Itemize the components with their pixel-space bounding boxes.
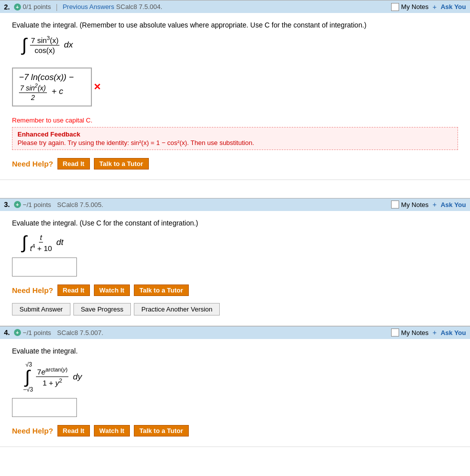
q2-feedback-title: Enhanced Feedback bbox=[17, 130, 453, 138]
q4-integral-sign: ∫ bbox=[25, 368, 30, 386]
q2-problem-id: SCalc8 7.5.004. bbox=[116, 3, 163, 10]
q4-need-help-label: Need Help? bbox=[12, 426, 53, 435]
q3-plus-icon: + bbox=[14, 201, 21, 208]
q3-answer-input[interactable] bbox=[12, 258, 77, 276]
q2-feedback-text: Please try again. Try using the identity… bbox=[17, 139, 453, 146]
question-2-body: Evaluate the integral. (Remember to use … bbox=[0, 13, 470, 180]
question-4-body: Evaluate the integral. √3 ∫ −√3 7earctan… bbox=[0, 339, 470, 447]
q3-ask-you[interactable]: Ask You bbox=[441, 201, 466, 208]
q2-error-msg: Remember to use capital C. bbox=[12, 116, 458, 124]
q2-need-help: Need Help? Read It Talk to a Tutor bbox=[12, 158, 458, 170]
q2-frac-den: cos(x) bbox=[33, 46, 56, 54]
q3-my-notes-btn[interactable]: My Notes bbox=[391, 200, 429, 208]
q2-ask-you[interactable]: Ask You bbox=[441, 3, 466, 10]
q4-read-it-btn[interactable]: Read It bbox=[57, 425, 90, 436]
q4-my-notes-btn[interactable]: My Notes bbox=[391, 328, 429, 336]
q2-talk-tutor-btn[interactable]: Talk to a Tutor bbox=[94, 158, 149, 170]
q3-watch-it-btn[interactable]: Watch It bbox=[94, 284, 130, 296]
q2-plus-icon: + bbox=[14, 4, 21, 10]
q3-need-help-label: Need Help? bbox=[12, 286, 53, 294]
q2-dx: dx bbox=[61, 40, 73, 50]
q2-points: 0/1 points bbox=[23, 3, 51, 10]
q4-talk-tutor-btn[interactable]: Talk to a Tutor bbox=[134, 425, 189, 436]
question-3-body: Evaluate the integral. (Use C for the co… bbox=[0, 211, 470, 326]
q3-number: 3. bbox=[4, 200, 10, 208]
q2-frac-num: 7 sin3(x) bbox=[30, 35, 59, 46]
q3-problem-id: SCalc8 7.5.005. bbox=[57, 201, 103, 208]
q3-need-help: Need Help? Read It Watch It Talk to a Tu… bbox=[12, 284, 458, 296]
q3-fraction: t t4 + 10 bbox=[29, 233, 53, 252]
q3-frac-num: t bbox=[39, 233, 43, 242]
q3-integral-sign: ∫ bbox=[22, 234, 27, 252]
q4-plus2: + bbox=[433, 328, 437, 336]
q2-answer-box: −7 ln(cos(x)) − 7 sin2(x) 2 + c bbox=[12, 68, 92, 106]
q2-notes-icon bbox=[391, 3, 399, 11]
q4-header-right: My Notes + Ask You bbox=[391, 328, 466, 336]
q3-plus2: + bbox=[433, 200, 437, 208]
q2-question-text: Evaluate the integral. (Remember to use … bbox=[12, 21, 458, 29]
q3-submit-row: Submit Answer Save Progress Practice Ano… bbox=[12, 303, 458, 316]
q3-talk-tutor-btn[interactable]: Talk to a Tutor bbox=[134, 284, 189, 296]
gap-2 bbox=[0, 189, 470, 198]
q2-fraction: 7 sin3(x) cos(x) bbox=[30, 35, 59, 54]
question-3-header: 3. + −/1 points SCalc8 7.5.005. My Notes… bbox=[0, 198, 470, 211]
q3-header-right: My Notes + Ask You bbox=[391, 200, 466, 208]
q4-my-notes-label: My Notes bbox=[401, 329, 429, 336]
question-2-header: 2. + 0/1 points | Previous Answers SCalc… bbox=[0, 0, 470, 13]
q2-read-it-btn[interactable]: Read It bbox=[57, 158, 90, 170]
q3-points: −/1 points bbox=[23, 201, 51, 208]
q4-watch-it-btn[interactable]: Watch It bbox=[94, 425, 130, 436]
q2-my-notes-btn[interactable]: My Notes bbox=[391, 3, 429, 11]
q3-my-notes-label: My Notes bbox=[401, 201, 429, 208]
q3-notes-icon bbox=[391, 200, 399, 208]
q4-points: −/1 points bbox=[23, 329, 51, 336]
q2-my-notes-label: My Notes bbox=[401, 3, 429, 10]
q4-integral: √3 ∫ −√3 7earctan(y) 1 + y2 dy bbox=[22, 361, 458, 393]
q3-save-btn[interactable]: Save Progress bbox=[73, 303, 131, 316]
q2-prev-answers[interactable]: Previous Answers bbox=[62, 3, 114, 10]
q4-limits-wrapper: √3 ∫ −√3 bbox=[22, 361, 33, 393]
q3-integral: ∫ t t4 + 10 dt bbox=[22, 233, 458, 252]
q4-question-text: Evaluate the integral. bbox=[12, 347, 458, 355]
q2-number: 2. bbox=[4, 3, 10, 11]
q3-practice-btn[interactable]: Practice Another Version bbox=[134, 303, 220, 316]
q2-plus2: + bbox=[433, 3, 437, 11]
q2-feedback-section: Enhanced Feedback Please try again. Try … bbox=[12, 127, 458, 150]
q2-header-right: My Notes + Ask You bbox=[391, 3, 466, 11]
q3-read-it-btn[interactable]: Read It bbox=[57, 284, 90, 296]
q4-frac-den: 1 + y2 bbox=[41, 377, 63, 387]
q4-ask-you[interactable]: Ask You bbox=[441, 329, 466, 336]
q4-frac-num: 7earctan(y) bbox=[36, 366, 68, 377]
q3-question-text: Evaluate the integral. (Use C for the co… bbox=[12, 219, 458, 227]
q4-number: 4. bbox=[4, 328, 10, 336]
q2-sep: | bbox=[54, 3, 59, 11]
q2-need-help-label: Need Help? bbox=[12, 160, 53, 168]
q2-answer-math: −7 ln(cos(x)) − 7 sin2(x) 2 + c bbox=[19, 72, 85, 102]
q4-dy: dy bbox=[70, 372, 82, 382]
q3-dt: dt bbox=[54, 238, 63, 248]
q4-lower-limit: −√3 bbox=[22, 386, 33, 393]
q4-fraction: 7earctan(y) 1 + y2 bbox=[36, 366, 68, 387]
question-4-header: 4. + −/1 points SCalc8 7.5.007. My Notes… bbox=[0, 326, 470, 339]
q2-red-x: ✕ bbox=[93, 82, 101, 92]
q3-submit-btn[interactable]: Submit Answer bbox=[12, 303, 70, 316]
q2-integral-sign: ∫ bbox=[22, 36, 27, 54]
q3-frac-den: t4 + 10 bbox=[29, 242, 53, 252]
q4-answer-input[interactable] bbox=[12, 398, 77, 417]
q2-answer-wrapper: −7 ln(cos(x)) − 7 sin2(x) 2 + c ✕ bbox=[12, 62, 92, 112]
gap-1 bbox=[0, 180, 470, 189]
q2-integral: ∫ 7 sin3(x) cos(x) dx bbox=[22, 35, 458, 54]
q4-plus-icon: + bbox=[14, 329, 21, 336]
q4-need-help: Need Help? Read It Watch It Talk to a Tu… bbox=[12, 425, 458, 436]
q4-problem-id: SCalc8 7.5.007. bbox=[57, 329, 103, 336]
q4-notes-icon bbox=[391, 328, 399, 336]
